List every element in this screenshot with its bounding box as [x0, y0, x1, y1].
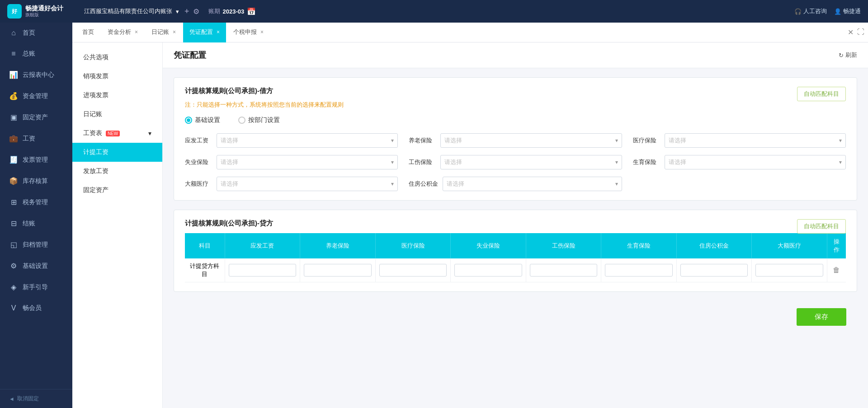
settings-button[interactable]: ⚙	[193, 7, 199, 16]
form-injury: 工伤保险 请选择 ▾	[409, 155, 622, 169]
page-body: 公共选项 销项发票 进项发票 日记账 工资表 NEW ▾	[72, 42, 868, 408]
payroll-select[interactable]: 请选择 ▾	[217, 133, 398, 148]
input-housing[interactable]	[680, 264, 748, 277]
left-nav-sales[interactable]: 销项发票	[72, 67, 162, 86]
input-big-medical[interactable]	[755, 264, 823, 277]
cell-housing[interactable]	[676, 258, 752, 282]
cell-payroll[interactable]	[225, 258, 300, 282]
left-nav-purchase[interactable]: 进项发票	[72, 86, 162, 105]
pension-dropdown-icon: ▾	[615, 137, 618, 144]
left-nav: 公共选项 销项发票 进项发票 日记账 工资表 NEW ▾	[72, 42, 163, 408]
content-panel: 计提核算规则(公司承担)-借方 注：只能选择一种方式，系统将按照您当前的选择来配…	[163, 68, 868, 342]
form-unemployment: 失业保险 请选择 ▾	[185, 155, 398, 169]
left-nav-calc-salary[interactable]: 计提工资	[72, 143, 162, 162]
tab-tax[interactable]: 个税申报 ×	[227, 23, 270, 42]
sidebar-item-close[interactable]: ⊟ 结账	[0, 213, 72, 234]
sidebar-item-home[interactable]: ⌂ 首页	[0, 23, 72, 43]
page-title: 凭证配置	[174, 50, 206, 61]
cell-maternity[interactable]	[601, 258, 677, 282]
cell-big-medical[interactable]	[752, 258, 827, 282]
sidebar-item-assets[interactable]: ▣ 固定资产	[0, 107, 72, 128]
maternity-select[interactable]: 请选择 ▾	[665, 155, 846, 169]
sidebar-item-reports[interactable]: 📊 云报表中心	[0, 64, 72, 85]
add-button[interactable]: +	[184, 7, 189, 16]
page-title-bar: 凭证配置 ↻ 刷新	[163, 42, 868, 68]
funds-icon: 💰	[9, 92, 18, 100]
sidebar-item-basic[interactable]: ⚙ 基础设置	[0, 255, 72, 277]
table-row: 计提贷方科目 🗑	[185, 258, 846, 282]
left-nav-fixed-assets[interactable]: 固定资产	[72, 181, 162, 200]
sidebar-item-inventory[interactable]: 📦 库存核算	[0, 170, 72, 192]
input-unemployment[interactable]	[454, 264, 522, 277]
left-nav-salary-table[interactable]: 工资表 NEW ▾	[72, 124, 162, 143]
cell-delete[interactable]: 🗑	[827, 258, 846, 282]
input-payroll[interactable]	[229, 264, 297, 277]
radio-dept[interactable]: 按部门设置	[238, 116, 280, 124]
housing-select[interactable]: 请选择 ▾	[443, 177, 622, 191]
headset-icon: 🎧	[794, 8, 802, 15]
sidebar-item-vip[interactable]: V 畅会员	[0, 298, 72, 319]
tab-close-all-icon[interactable]: ✕	[848, 28, 854, 37]
medical-label: 医疗保险	[633, 136, 660, 145]
form-pension: 养老保险 请选择 ▾	[409, 133, 622, 148]
tax-icon: ⊞	[9, 198, 18, 206]
save-button[interactable]: 保存	[797, 308, 846, 326]
maternity-dropdown-icon: ▾	[839, 159, 842, 165]
tab-home[interactable]: 首页	[76, 23, 100, 42]
calendar-icon[interactable]: 📅	[247, 7, 256, 16]
cell-unemployment[interactable]	[451, 258, 526, 282]
sidebar-item-funds[interactable]: 💰 资金管理	[0, 85, 72, 107]
tab-close-voucher[interactable]: ×	[217, 29, 220, 35]
input-pension[interactable]	[304, 264, 372, 277]
sidebar-item-archive[interactable]: ◱ 归档管理	[0, 234, 72, 255]
left-nav-public[interactable]: 公共选项	[72, 48, 162, 67]
tab-close-fund[interactable]: ×	[135, 29, 138, 35]
col-unemployment: 失业保险	[451, 233, 526, 258]
tab-voucher[interactable]: 凭证配置 ×	[183, 23, 226, 42]
reports-icon: 📊	[9, 70, 18, 79]
sidebar-item-ledger[interactable]: ≡ 总账	[0, 43, 72, 64]
injury-label: 工伤保险	[409, 158, 436, 166]
unemployment-select[interactable]: 请选择 ▾	[217, 155, 398, 169]
cell-pension[interactable]	[300, 258, 376, 282]
big-medical-select[interactable]: 请选择 ▾	[217, 177, 398, 191]
form-medical: 医疗保险 请选择 ▾	[633, 133, 846, 148]
input-maternity[interactable]	[605, 264, 673, 277]
tab-fund[interactable]: 资金分析 ×	[101, 23, 144, 42]
col-operation: 操作	[827, 233, 846, 258]
debit-section: 计提核算规则(公司承担)-借方 注：只能选择一种方式，系统将按照您当前的选择来配…	[174, 77, 857, 201]
cell-medical[interactable]	[375, 258, 451, 282]
inventory-icon: 📦	[9, 177, 18, 185]
sidebar-item-invoice[interactable]: 🧾 发票管理	[0, 149, 72, 170]
cancel-fixed-button[interactable]: ◄ 取消固定	[0, 389, 72, 408]
injury-select[interactable]: 请选择 ▾	[440, 155, 622, 169]
delete-row-icon[interactable]: 🗑	[833, 266, 840, 274]
debit-auto-match-button[interactable]: 自动匹配科目	[797, 87, 846, 101]
period-label: 账期	[208, 7, 220, 15]
consult-button[interactable]: 🎧 人工咨询	[794, 7, 827, 15]
credit-auto-match-button[interactable]: 自动匹配科目	[797, 219, 846, 234]
logo-area: 好 畅捷通好会计 旗舰版	[7, 4, 80, 19]
sidebar-item-salary[interactable]: 💼 工资	[0, 128, 72, 149]
refresh-button[interactable]: ↻ 刷新	[839, 51, 857, 59]
company-dropdown-icon[interactable]: ▾	[176, 8, 179, 15]
input-injury[interactable]	[530, 264, 598, 277]
tab-expand-icon[interactable]: ⛶	[857, 28, 864, 37]
sidebar-item-tax[interactable]: ⊞ 税务管理	[0, 192, 72, 213]
medical-select[interactable]: 请选择 ▾	[665, 133, 846, 148]
tab-close-journal[interactable]: ×	[173, 29, 176, 35]
form-maternity: 生育保险 请选择 ▾	[633, 155, 846, 169]
unemployment-dropdown-icon: ▾	[391, 159, 394, 165]
left-nav-journal[interactable]: 日记账	[72, 105, 162, 124]
company-selector[interactable]: 江西服宝精品有限责任公司内账张 ▾	[84, 7, 179, 15]
col-big-medical: 大额医疗	[752, 233, 827, 258]
radio-basic[interactable]: 基础设置	[185, 116, 220, 124]
sidebar-item-guide[interactable]: ◈ 新手引导	[0, 277, 72, 298]
pension-select[interactable]: 请选择 ▾	[440, 133, 622, 148]
tab-journal[interactable]: 日记账 ×	[145, 23, 182, 42]
tab-close-tax[interactable]: ×	[260, 29, 264, 35]
user-area[interactable]: 👤 畅捷通	[834, 7, 861, 15]
cell-injury[interactable]	[526, 258, 601, 282]
input-medical[interactable]	[379, 264, 447, 277]
left-nav-pay-salary[interactable]: 发放工资	[72, 162, 162, 181]
